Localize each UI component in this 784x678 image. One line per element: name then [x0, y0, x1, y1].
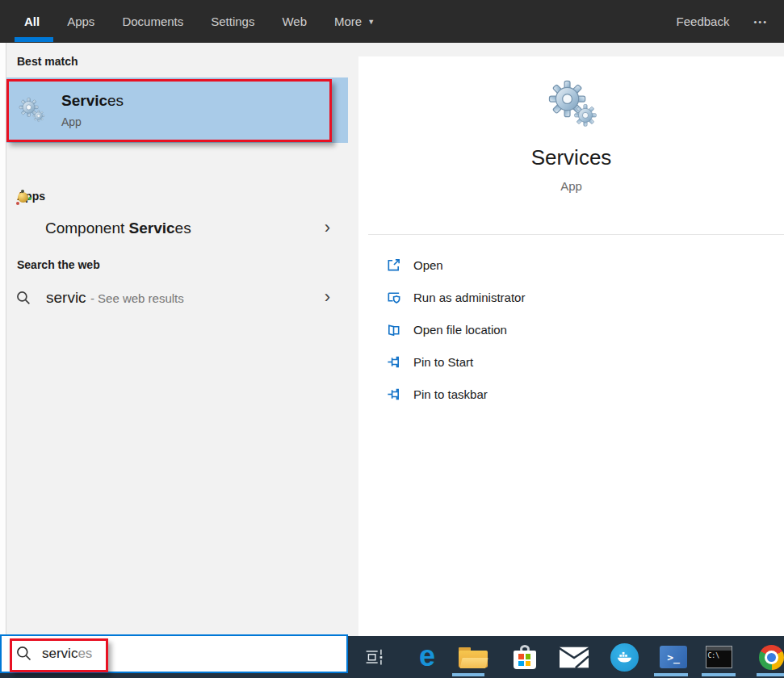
powershell-active-underline: [654, 673, 688, 676]
search-icon: [15, 290, 32, 307]
tab-all-label: All: [24, 15, 40, 28]
action-pin-start-label: Pin to Start: [413, 355, 473, 369]
file-explorer-icon: [459, 646, 488, 668]
windows-search-flyout: All Apps Documents Settings Web More ▼ F…: [0, 0, 784, 678]
action-open-label: Open: [413, 258, 443, 272]
tab-more[interactable]: More ▼: [334, 15, 375, 28]
command-prompt-button[interactable]: C:\: [704, 642, 733, 672]
chrome-active-underline: [757, 673, 784, 676]
tab-settings[interactable]: Settings: [211, 15, 254, 28]
tab-web[interactable]: Web: [282, 15, 307, 28]
command-prompt-icon: C:\: [706, 646, 732, 668]
store-button[interactable]: [510, 642, 539, 672]
pin-icon: [384, 387, 402, 402]
store-icon: [514, 645, 536, 669]
tab-all[interactable]: All: [24, 15, 40, 28]
pin-icon: [384, 354, 402, 370]
powershell-icon: >_: [660, 646, 687, 668]
tab-more-label: More: [334, 15, 362, 28]
search-icon: [15, 645, 33, 663]
search-web-header: Search the web: [17, 258, 100, 271]
filter-tabs: All Apps Documents Settings Web More ▼: [0, 0, 375, 43]
preview-panel: Services App Open Ru: [358, 56, 784, 636]
file-location-icon: [384, 322, 402, 337]
chevron-right-icon[interactable]: ›: [325, 219, 330, 236]
action-open-file-location[interactable]: Open file location: [358, 313, 784, 345]
best-match-header: Best match: [17, 55, 78, 68]
results-list: Best match Services App Apps: [6, 43, 358, 636]
web-query-label: servic - See web results: [46, 289, 184, 307]
result-component-services[interactable]: [6, 176, 348, 208]
tab-apps[interactable]: Apps: [67, 15, 94, 28]
services-gears-icon: [18, 97, 47, 123]
result-component-services-row[interactable]: Component Services ›: [6, 212, 348, 245]
search-input[interactable]: services: [0, 634, 348, 673]
action-pin-to-start[interactable]: Pin to Start: [358, 345, 784, 378]
active-tab-underline: [15, 37, 53, 42]
admin-shield-icon: [384, 290, 402, 305]
edge-icon: e: [419, 642, 435, 671]
file-explorer-button[interactable]: [459, 642, 488, 672]
preview-app-title: Services: [358, 145, 784, 170]
open-icon: [384, 257, 402, 273]
action-pin-to-taskbar[interactable]: Pin to taskbar: [358, 378, 784, 410]
tab-apps-label: Apps: [67, 15, 94, 28]
mail-button[interactable]: [560, 642, 589, 672]
task-view-button[interactable]: [359, 642, 388, 672]
action-open-file-location-label: Open file location: [413, 323, 507, 337]
tab-documents[interactable]: Documents: [122, 15, 183, 28]
overflow-menu-icon[interactable]: •••: [753, 17, 768, 27]
tab-web-label: Web: [282, 15, 307, 28]
mail-icon: [560, 647, 589, 668]
tab-documents-label: Documents: [122, 15, 183, 28]
flyout-left-edge: [0, 43, 6, 636]
powershell-button[interactable]: >_: [659, 642, 688, 672]
command-prompt-active-underline: [702, 673, 736, 676]
docker-icon: [610, 643, 639, 672]
file-explorer-active-underline: [452, 673, 484, 676]
feedback-button[interactable]: Feedback: [677, 15, 730, 28]
best-match-title: Services: [61, 92, 124, 110]
chrome-icon: [759, 645, 784, 670]
search-input-text: services: [42, 646, 92, 662]
best-match-result[interactable]: Services App: [6, 77, 348, 143]
result-web-search[interactable]: servic - See web results ›: [6, 282, 348, 314]
action-open[interactable]: Open: [358, 249, 784, 281]
action-run-admin-label: Run as administrator: [413, 291, 525, 304]
action-pin-taskbar-label: Pin to taskbar: [413, 387, 488, 401]
component-services-icon: [15, 190, 31, 206]
action-run-as-admin[interactable]: Run as administrator: [358, 281, 784, 313]
preview-divider: [368, 234, 784, 235]
chevron-down-icon: ▼: [367, 18, 375, 26]
preview-app-subtitle: App: [358, 179, 784, 193]
edge-button[interactable]: e: [413, 642, 442, 672]
best-match-subtitle: App: [61, 115, 124, 128]
services-gears-icon-large: [545, 79, 598, 128]
docker-button[interactable]: [610, 642, 639, 672]
component-services-label: Component Services: [45, 220, 191, 237]
chevron-right-icon[interactable]: ›: [325, 288, 330, 306]
search-filter-bar: All Apps Documents Settings Web More ▼ F…: [0, 0, 784, 43]
search-results-flyout: Best match Services App Apps: [0, 43, 784, 636]
tab-settings-label: Settings: [211, 15, 254, 28]
task-view-icon: [362, 645, 386, 669]
chrome-button[interactable]: [757, 642, 784, 672]
